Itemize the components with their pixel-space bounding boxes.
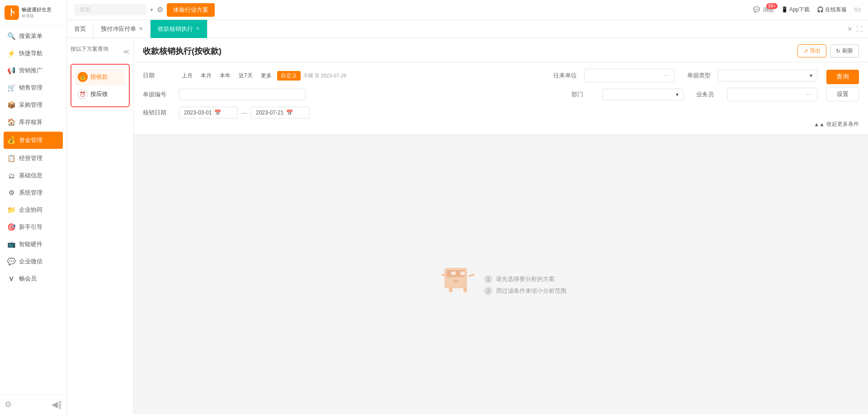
sidebar-item-label: 搜索菜单 bbox=[19, 32, 42, 40]
app-download-link[interactable]: 📱 App下载 bbox=[781, 6, 810, 14]
sidebar-item-search[interactable]: 🔍 搜索菜单 bbox=[0, 28, 66, 45]
sidebar-item-hardware[interactable]: 📺 智能硬件 bbox=[0, 236, 66, 253]
setting-button[interactable]: 设置 bbox=[826, 87, 859, 101]
sidebar-item-finance[interactable]: 💰 资金管理 bbox=[4, 132, 63, 149]
empty-hint-1: 1 请先选择要分析的方案 bbox=[484, 275, 566, 283]
sidebar-item-label: 营销推广 bbox=[19, 67, 42, 75]
query-actions: 查询 设置 bbox=[826, 69, 859, 101]
counterparty-input[interactable]: ··· bbox=[584, 69, 675, 82]
quick-nav-icon: ⚡ bbox=[7, 49, 15, 57]
message-badge[interactable]: 💬 99+ 消息 bbox=[753, 6, 774, 14]
sidebar-item-marketing[interactable]: 📢 营销推广 bbox=[0, 62, 66, 79]
query-button[interactable]: 查询 bbox=[826, 70, 859, 84]
tab-close-writeoff[interactable]: ✕ bbox=[196, 26, 200, 32]
date-range-separator: — bbox=[241, 109, 247, 116]
sidebar-item-quicknav[interactable]: ⚡ 快捷导航 bbox=[0, 45, 66, 62]
dept-select[interactable]: ▾ bbox=[602, 89, 684, 100]
filter-row-2: 单据编号 部门 ▾ 业务员 ··· bbox=[143, 88, 817, 101]
writeoff-date-end[interactable]: 2023-07-21 📅 bbox=[251, 107, 310, 119]
topbar-dropdown-icon[interactable]: ▾ bbox=[150, 6, 153, 13]
filter-by-receivable[interactable]: ⏰ 按应收 bbox=[75, 86, 125, 103]
export-icon: ↗ bbox=[803, 48, 808, 54]
sidebar-item-basicinfo[interactable]: 🗂 基础信息 bbox=[0, 167, 66, 184]
salesperson-dots-icon: ··· bbox=[807, 90, 812, 99]
topbar: 搜索 ▾ ⚙ 体验行业方案 💬 99+ 消息 📱 App下载 🎧 在线客服 Ri… bbox=[67, 0, 868, 20]
app-name: 畅捷通好生意 bbox=[22, 6, 52, 13]
sidebar-item-purchase[interactable]: 📦 采购管理 bbox=[0, 96, 66, 114]
sidebar-item-label: 企业协同 bbox=[19, 206, 42, 214]
solution-button[interactable]: 体验行业方案 bbox=[167, 3, 215, 17]
sidebar-item-collab[interactable]: 📁 企业协同 bbox=[0, 201, 66, 219]
sidebar-item-label: 销售管理 bbox=[19, 84, 42, 92]
salesperson-input[interactable]: ··· bbox=[727, 88, 817, 101]
writeoff-date-start[interactable]: 2023-03-01 📅 bbox=[179, 107, 238, 119]
svg-rect-3 bbox=[460, 271, 465, 275]
salesperson-label: 业务员 bbox=[696, 90, 723, 99]
tab-home[interactable]: 首页 bbox=[67, 20, 94, 38]
sidebar-navigation: 🔍 搜索菜单 ⚡ 快捷导航 📢 营销推广 🛒 销售管理 📦 采购管理 🏠 库存核… bbox=[0, 26, 66, 395]
logo-text-block: 畅捷通好生意 标准版 bbox=[22, 6, 52, 19]
svg-line-8 bbox=[469, 275, 474, 276]
svg-rect-2 bbox=[451, 271, 456, 275]
customer-service-link[interactable]: 🎧 在线客服 bbox=[817, 6, 847, 14]
date-last-month[interactable]: 上月 bbox=[179, 71, 195, 81]
inventory-icon: 🏠 bbox=[7, 118, 15, 126]
marketing-icon: 📢 bbox=[7, 67, 15, 75]
sidebar-item-inventory[interactable]: 🏠 库存核算 bbox=[0, 114, 66, 131]
empty-illustration: 1 请先选择要分析的方案 2 用过滤条件来缩小分析范围 bbox=[435, 254, 566, 295]
calendar-end-icon: 📅 bbox=[286, 109, 293, 116]
collab-icon: 📁 bbox=[7, 206, 15, 214]
topbar-search-box: 搜索 bbox=[74, 4, 146, 15]
filter-by-receipt[interactable]: 💰 按收款 bbox=[75, 68, 125, 86]
date-this-year[interactable]: 本年 bbox=[217, 71, 233, 81]
sidebar-footer: ⚙ ◀‖ bbox=[0, 395, 66, 414]
hardware-icon: 📺 bbox=[7, 240, 15, 248]
date-options: 上月 本月 本年 近7天 更多 自定义 不限 至 2023-07-26 bbox=[179, 71, 346, 81]
sidebar-item-operations[interactable]: 📋 经营管理 bbox=[0, 150, 66, 167]
date-7days[interactable]: 近7天 bbox=[236, 71, 255, 81]
writeoff-date-label: 核销日期 bbox=[143, 109, 170, 117]
close-window-icon[interactable]: ✕ bbox=[847, 25, 853, 33]
user-name[interactable]: Rit bbox=[854, 7, 861, 13]
empty-hints: 1 请先选择要分析的方案 2 用过滤条件来缩小分析范围 bbox=[484, 275, 566, 295]
collapse-filter-btn[interactable]: ≪ bbox=[123, 48, 130, 55]
sidebar-item-label: 智能硬件 bbox=[19, 240, 42, 248]
filter-sidebar: 按以下方案查询 ≪ 💰 按收款 ⏰ 按应收 bbox=[67, 38, 134, 414]
tab-close-prepay[interactable]: ✕ bbox=[139, 26, 143, 32]
sidebar-item-system[interactable]: ⚙ 系统管理 bbox=[0, 184, 66, 201]
date-custom[interactable]: 自定义 bbox=[277, 71, 301, 81]
writeoff-date-range: 2023-03-01 📅 — 2023-07-21 📅 bbox=[179, 107, 310, 119]
message-icon: 💬 bbox=[753, 6, 760, 13]
search-menu-icon: 🔍 bbox=[7, 32, 15, 40]
sidebar-item-label: 经营管理 bbox=[19, 154, 42, 162]
export-button[interactable]: ↗ 导出 bbox=[797, 44, 826, 57]
basicinfo-icon: 🗂 bbox=[7, 172, 15, 180]
filter-form: 日期 上月 本月 本年 近7天 更多 自定义 不限 至 2023-07-26 bbox=[134, 62, 868, 135]
refresh-button[interactable]: ↻ 刷新 bbox=[830, 44, 859, 57]
sales-icon: 🛒 bbox=[7, 84, 15, 92]
sidebar-item-wechat[interactable]: 💬 企业微信 bbox=[0, 253, 66, 270]
sidebar-item-guide[interactable]: 🎯 新手引导 bbox=[0, 219, 66, 236]
tab-prepay[interactable]: 预付冲应付单 ✕ bbox=[94, 20, 151, 38]
date-this-month[interactable]: 本月 bbox=[198, 71, 214, 81]
tab-writeoff[interactable]: 收款核销执行 ✕ bbox=[151, 20, 208, 38]
sidebar-item-member[interactable]: V 畅会员 bbox=[0, 270, 66, 287]
settings-icon[interactable]: ⚙ bbox=[5, 400, 12, 409]
receipt-type-select[interactable]: ▾ bbox=[718, 70, 817, 81]
collapse-sidebar-icon[interactable]: ◀‖ bbox=[52, 400, 62, 409]
app-badge: 标准版 bbox=[22, 13, 52, 19]
maximize-window-icon[interactable]: ⛶ bbox=[856, 25, 863, 33]
dept-dropdown-icon: ▾ bbox=[676, 91, 679, 98]
logo-icon: 卜 bbox=[5, 5, 19, 20]
date-more[interactable]: 更多 bbox=[258, 71, 274, 81]
receipt-no-input[interactable] bbox=[179, 89, 306, 100]
wechat-icon: 💬 bbox=[7, 257, 15, 266]
collapse-up-icon: ▲▲ bbox=[814, 121, 825, 128]
tab-window-controls: ✕ ⛶ bbox=[847, 25, 868, 33]
collapse-more-conditions[interactable]: ▲▲ 收起更多条件 bbox=[143, 119, 859, 128]
topbar-gear-icon[interactable]: ⚙ bbox=[157, 5, 163, 14]
sidebar-item-sales[interactable]: 🛒 销售管理 bbox=[0, 79, 66, 96]
message-count: 99+ bbox=[766, 3, 778, 9]
svg-rect-6 bbox=[463, 287, 467, 292]
tabbar: 首页 预付冲应付单 ✕ 收款核销执行 ✕ ✕ ⛶ bbox=[67, 20, 868, 38]
